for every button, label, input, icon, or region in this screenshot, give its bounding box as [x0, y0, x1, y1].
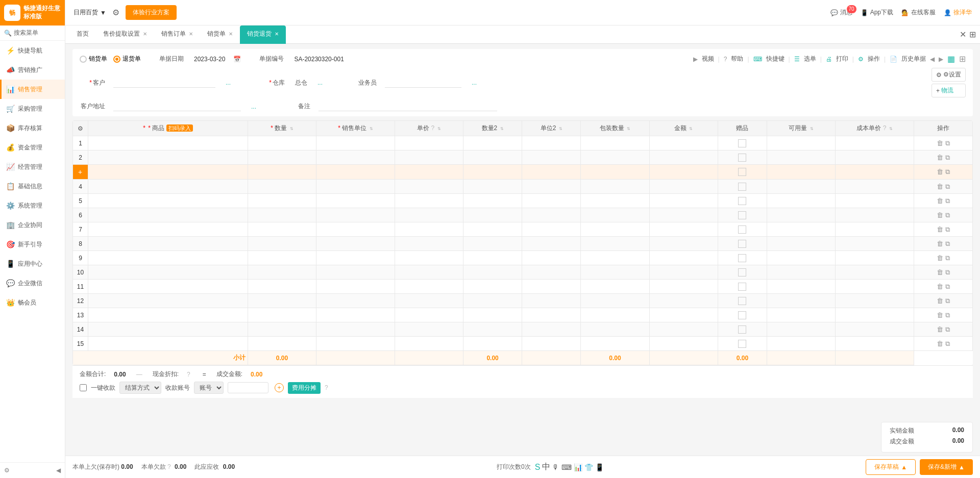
table-cell[interactable]: [767, 165, 835, 180]
collapse-icon[interactable]: ◀: [56, 467, 61, 474]
table-cell[interactable]: [463, 337, 522, 351]
tab-close-icon[interactable]: ✕: [189, 31, 193, 37]
table-cell[interactable]: [581, 222, 649, 237]
sort-icon[interactable]: ⇅: [290, 127, 293, 131]
radio-return-bill[interactable]: 退货单: [113, 55, 141, 63]
table-cell[interactable]: [316, 308, 395, 322]
sort-icon[interactable]: ⇅: [810, 127, 814, 131]
sidebar-item-marketing[interactable]: 📣 营销推广: [0, 60, 65, 80]
table-cell[interactable]: [463, 237, 522, 251]
tab-more-icon[interactable]: ⊞: [969, 30, 976, 39]
copy-icon[interactable]: ⧉: [945, 254, 950, 262]
customer-input[interactable]: [113, 78, 215, 88]
copy-icon[interactable]: ⧉: [945, 139, 950, 147]
table-cell[interactable]: [463, 208, 522, 222]
table-cell[interactable]: [836, 222, 914, 237]
table-cell[interactable]: [395, 322, 463, 337]
tab-sales-order[interactable]: 销售订单 ✕: [154, 26, 200, 44]
copy-icon[interactable]: ⧉: [945, 240, 950, 248]
table-cell[interactable]: [248, 265, 316, 280]
table-cell[interactable]: [718, 150, 767, 165]
table-cell[interactable]: [395, 308, 463, 322]
table-cell[interactable]: [767, 308, 835, 322]
table-cell[interactable]: [767, 136, 835, 150]
table-cell[interactable]: [316, 180, 395, 194]
toolbar-help-label[interactable]: 帮助: [731, 55, 743, 63]
table-cell[interactable]: [767, 251, 835, 265]
address-dots[interactable]: ...: [251, 103, 256, 110]
table-cell[interactable]: [649, 251, 718, 265]
table-cell[interactable]: [581, 180, 649, 194]
table-cell[interactable]: [395, 337, 463, 351]
detail-view-icon[interactable]: ⊞: [959, 54, 966, 64]
table-cell[interactable]: [767, 265, 835, 280]
tool-icon-3[interactable]: 🎙: [552, 463, 559, 471]
sidebar-item-shortcut[interactable]: ⚡ 快捷导航: [0, 41, 65, 60]
tab-close-icon[interactable]: ✕: [229, 31, 233, 37]
table-cell[interactable]: [836, 294, 914, 308]
table-cell[interactable]: [248, 337, 316, 351]
table-cell[interactable]: [316, 337, 395, 351]
table-cell[interactable]: [581, 280, 649, 294]
sort-icon[interactable]: ⇅: [889, 127, 893, 131]
industry-select[interactable]: 日用百货 ▼: [74, 8, 106, 17]
gift-checkbox[interactable]: [738, 197, 746, 205]
copy-icon[interactable]: ⧉: [945, 168, 950, 176]
table-cell[interactable]: [581, 251, 649, 265]
table-cell[interactable]: [316, 136, 395, 150]
table-cell[interactable]: [767, 294, 835, 308]
table-row[interactable]: [88, 222, 248, 237]
one-click-pay-checkbox[interactable]: [80, 384, 87, 391]
table-cell[interactable]: [522, 337, 581, 351]
table-cell[interactable]: [581, 208, 649, 222]
table-cell[interactable]: [718, 180, 767, 194]
table-cell[interactable]: [463, 294, 522, 308]
gift-checkbox[interactable]: [738, 283, 746, 291]
add-payment-btn[interactable]: +: [275, 383, 284, 392]
table-row[interactable]: [88, 294, 248, 308]
table-cell[interactable]: [248, 322, 316, 337]
gift-checkbox[interactable]: [738, 340, 746, 348]
online-service[interactable]: 💁 在线客服: [901, 8, 936, 17]
table-cell[interactable]: [463, 251, 522, 265]
delete-icon[interactable]: 🗑: [937, 225, 943, 234]
delete-icon[interactable]: 🗑: [937, 340, 943, 348]
delete-icon[interactable]: 🗑: [937, 297, 943, 305]
customer-dots[interactable]: ...: [226, 79, 231, 86]
table-cell[interactable]: [836, 265, 914, 280]
table-cell[interactable]: [395, 265, 463, 280]
settings-bottom-icon[interactable]: ⚙: [4, 467, 10, 474]
sidebar-item-basic[interactable]: 📋 基础信息: [0, 177, 65, 196]
sort-icon[interactable]: ⇅: [559, 127, 562, 131]
gift-checkbox[interactable]: [738, 211, 746, 219]
table-cell[interactable]: [522, 194, 581, 208]
copy-icon[interactable]: ⧉: [945, 154, 950, 162]
table-cell[interactable]: [836, 322, 914, 337]
product-input[interactable]: [90, 167, 246, 177]
delete-icon[interactable]: 🗑: [937, 183, 943, 191]
table-cell[interactable]: [248, 194, 316, 208]
table-cell[interactable]: [836, 308, 914, 322]
table-cell[interactable]: [395, 136, 463, 150]
table-cell[interactable]: [718, 237, 767, 251]
table-cell[interactable]: [522, 322, 581, 337]
tool-icon-2[interactable]: 中: [542, 462, 550, 472]
table-cell[interactable]: [463, 136, 522, 150]
delete-icon[interactable]: 🗑: [937, 211, 943, 219]
table-row[interactable]: [88, 308, 248, 322]
table-cell[interactable]: [395, 294, 463, 308]
copy-icon[interactable]: ⧉: [945, 340, 950, 348]
table-cell[interactable]: [316, 294, 395, 308]
col-settings-icon[interactable]: ⚙: [78, 125, 83, 132]
toolbar-shortcut-label[interactable]: 快捷键: [766, 55, 785, 63]
gift-checkbox[interactable]: [738, 168, 746, 176]
col-settings-header[interactable]: ⚙: [73, 121, 88, 136]
gift-checkbox[interactable]: [738, 154, 746, 162]
tab-sales-return[interactable]: 销货退货 ✕: [240, 26, 286, 44]
table-cell[interactable]: [248, 222, 316, 237]
list-view-icon[interactable]: ▦: [947, 54, 955, 64]
table-cell[interactable]: [248, 294, 316, 308]
gift-checkbox[interactable]: [738, 240, 746, 248]
app-download[interactable]: 📱 App下载: [861, 8, 893, 17]
table-cell[interactable]: [581, 136, 649, 150]
